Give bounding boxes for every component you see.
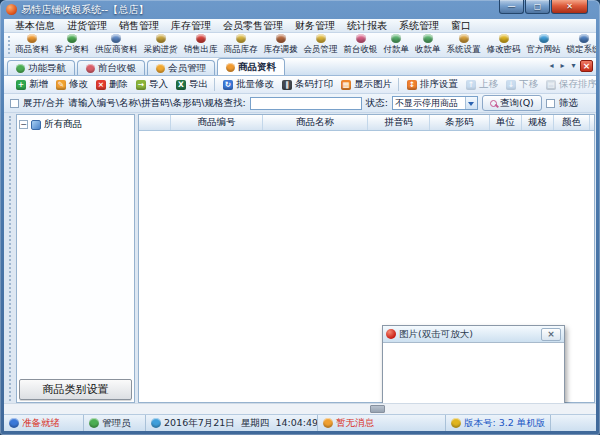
tab-strip: 功能导航 前台收银 会员管理 商品资料 ◂ ▸ ▾ × xyxy=(4,58,596,76)
toolbar-button-label: 付款单 xyxy=(384,44,410,56)
action-button-label: 排序设置 xyxy=(420,78,458,91)
toolbar-button-label: 官方网站 xyxy=(527,44,561,56)
action-button-label: 批量修改 xyxy=(236,78,274,91)
toolbar-button[interactable]: 官方网站 xyxy=(524,33,564,57)
action-button-icon: × xyxy=(96,80,106,90)
action-button[interactable]: ↻ 批量修改 xyxy=(214,78,278,91)
table-column-header[interactable]: 颜色 xyxy=(554,115,590,130)
category-settings-button[interactable]: 商品类别设置 xyxy=(19,379,132,400)
action-button-icon: ↕ xyxy=(407,80,417,90)
action-button[interactable]: X 导出 xyxy=(172,78,212,91)
image-preview-icon xyxy=(386,329,396,339)
action-button[interactable]: → 导入 xyxy=(132,78,172,91)
expand-merge-label: 展开/合并 xyxy=(23,97,64,110)
action-button-label: 导入 xyxy=(149,78,168,91)
status-segment-label: 版本号: 3.2 单机版 xyxy=(464,417,545,430)
action-button[interactable]: ▦ 显示图片 xyxy=(337,78,396,91)
table-column-header[interactable] xyxy=(139,115,171,130)
action-button-icon: ✎ xyxy=(56,80,66,90)
toolbar-button[interactable]: 客户资料 xyxy=(52,33,92,57)
toolbar-button-icon xyxy=(67,34,77,43)
toolbar-grip xyxy=(8,36,10,54)
menu-item[interactable]: 会员零售管理 xyxy=(217,19,289,33)
action-button[interactable]: × 删除 xyxy=(92,78,132,91)
search-input[interactable] xyxy=(250,97,362,110)
status-segment-label: 管理员 xyxy=(102,417,131,430)
table-column-header[interactable]: 商品名称 xyxy=(263,115,368,130)
maximize-button[interactable]: ▢ xyxy=(525,0,550,14)
expand-merge-checkbox[interactable] xyxy=(10,99,19,108)
action-button[interactable]: ↕ 排序设置 xyxy=(398,78,462,91)
toolbar-button-icon xyxy=(316,34,326,43)
menu-item[interactable]: 财务管理 xyxy=(289,19,341,33)
horizontal-scrollbar[interactable] xyxy=(4,403,596,414)
image-preview-title: 图片(双击可放大) xyxy=(399,328,538,341)
titlebar[interactable]: 易特店铺收银系统--【总店】 — ▢ ✕ xyxy=(0,0,600,19)
tree-expander-icon[interactable]: − xyxy=(19,120,28,129)
category-tree: − 所有商品 xyxy=(17,115,134,377)
toolbar-button[interactable]: 系统设置 xyxy=(444,33,484,57)
toolbar-button[interactable]: 商品库存 xyxy=(221,33,261,57)
query-button[interactable]: 查询(Q) xyxy=(482,95,542,111)
tab[interactable]: 商品资料 xyxy=(217,58,285,75)
tab[interactable]: 功能导航 xyxy=(7,60,75,75)
status-dropdown[interactable]: 不显示停用商品 xyxy=(392,96,478,110)
table-column-header[interactable]: 规格 xyxy=(522,115,554,130)
query-button-label: 查询(Q) xyxy=(500,97,534,110)
horizontal-scrollbar-thumb[interactable] xyxy=(370,405,385,413)
tab[interactable]: 会员管理 xyxy=(147,60,215,75)
tree-node-all-goods[interactable]: − 所有商品 xyxy=(19,118,132,131)
minimize-button[interactable]: — xyxy=(499,0,524,14)
action-button[interactable]: ▤ 保存排序 xyxy=(542,78,596,91)
image-preview-close-button[interactable]: × xyxy=(541,328,561,341)
tab-scroll-right-icon[interactable]: ▸ xyxy=(558,61,567,71)
toolbar-button[interactable]: 销售出库 xyxy=(181,33,221,57)
menu-item[interactable]: 窗口 xyxy=(445,19,477,33)
search-label: 请输入编号\名称\拼音码\条形码\规格查找: xyxy=(68,97,246,110)
toolbar-button[interactable]: 商品资料 xyxy=(12,33,52,57)
tab[interactable]: 前台收银 xyxy=(77,60,145,75)
action-button[interactable]: + 新增 xyxy=(12,78,52,91)
menu-item[interactable]: 基本信息 xyxy=(9,19,61,33)
table-column-header[interactable]: 拼音码 xyxy=(368,115,430,130)
toolbar-button-icon xyxy=(27,34,37,43)
toolbar-button[interactable]: 供应商资料 xyxy=(92,33,141,57)
status-bar: 准备就绪 管理员 2016年7月21日 星期四 14:04:49 暂无消息 版本… xyxy=(4,414,596,431)
image-preview-body[interactable] xyxy=(383,343,564,403)
table-column-header[interactable]: 单位 xyxy=(490,115,522,130)
toolbar-button[interactable]: 收款单 xyxy=(412,33,444,57)
action-button-icon: ↓ xyxy=(506,80,516,90)
tab-list-icon[interactable]: ▾ xyxy=(569,61,578,71)
menu-item[interactable]: 进货管理 xyxy=(61,19,113,33)
table-column-header[interactable]: 商品编号 xyxy=(171,115,263,130)
menu-item[interactable]: 销售管理 xyxy=(113,19,165,33)
toolbar-button-icon xyxy=(391,34,401,43)
action-button[interactable]: ‖ 条码打印 xyxy=(278,78,337,91)
status-dropdown-value: 不显示停用商品 xyxy=(395,97,458,110)
table-column-header[interactable]: 条形码 xyxy=(430,115,490,130)
action-button[interactable]: ✎ 修改 xyxy=(52,78,92,91)
table-column-header[interactable]: 品牌 xyxy=(590,115,594,130)
toolbar-button[interactable]: 付款单 xyxy=(381,33,413,57)
toolbar-button[interactable]: 前台收银 xyxy=(341,33,381,57)
sift-checkbox[interactable] xyxy=(546,99,555,108)
tab-icon xyxy=(86,64,95,73)
window-controls: — ▢ ✕ xyxy=(498,0,588,14)
chevron-down-icon[interactable] xyxy=(465,97,477,109)
toolbar-button[interactable]: 采购进货 xyxy=(141,33,181,57)
toolbar-button[interactable]: 锁定系统 xyxy=(564,33,597,57)
menu-item[interactable]: 库存管理 xyxy=(165,19,217,33)
image-preview-titlebar[interactable]: 图片(双击可放大) × xyxy=(383,326,564,343)
toolbar-button[interactable]: 修改密码 xyxy=(484,33,524,57)
status-segment: 2016年7月21日 星期四 14:04:49 xyxy=(146,415,318,431)
toolbar-button[interactable]: 库存调拨 xyxy=(261,33,301,57)
action-button[interactable]: ↓ 下移 xyxy=(502,78,542,91)
close-button[interactable]: ✕ xyxy=(551,0,588,14)
tab-close-icon[interactable]: × xyxy=(580,60,593,72)
tab-scroll-left-icon[interactable]: ◂ xyxy=(547,61,556,71)
action-button-label: 保存排序 xyxy=(559,78,596,91)
menu-item[interactable]: 系统管理 xyxy=(393,19,445,33)
menu-item[interactable]: 统计报表 xyxy=(341,19,393,33)
toolbar-button[interactable]: 会员管理 xyxy=(301,33,341,57)
action-button[interactable]: ↑ 上移 xyxy=(462,78,502,91)
